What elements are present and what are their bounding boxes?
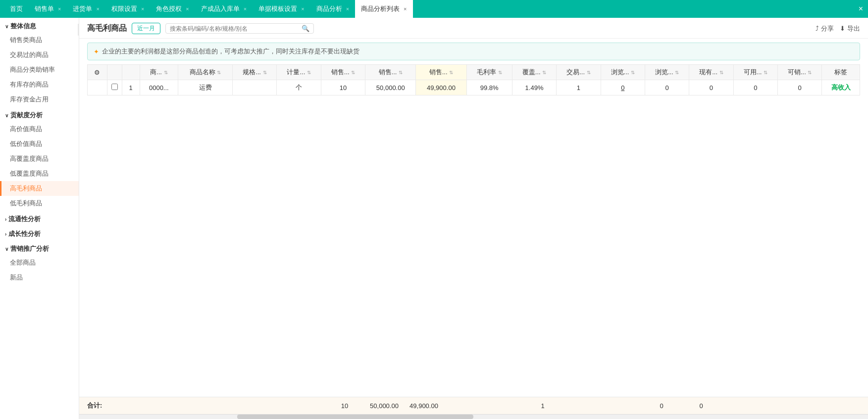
info-banner: ✦ 企业的主要的利润都是这部分商品创造的，可考虑加大推广，同时关注库存是不要出现… [87,43,860,60]
cell-browse2: 0 [645,80,689,95]
table-row: 1 0000... 运费 个 10 50,000.00 49,900.00 99… [88,80,860,95]
col-available[interactable]: 可用... ⇅ [733,65,777,80]
col-gross-margin[interactable]: 毛利率 ⇅ [466,65,512,80]
nav-close-analysis-list[interactable]: × [404,0,407,18]
sidebar-section-growth[interactable]: › 成长性分析 [0,226,79,240]
footer-cells: 10 50,000.00 49,900.00 1 0 0 [127,402,860,410]
arrow-right-icon-2: › [5,232,6,237]
arrow-right-icon: › [5,217,6,222]
data-table: ⚙ 商... ⇅ 商品名称 ⇅ 规格... ⇅ 计量... ⇅ 销售... ⇅ … [87,64,860,95]
sidebar-item-category-rate[interactable]: 商品分类助销率 [0,62,79,77]
cell-trade: 1 [557,80,601,95]
content-area: 高毛利商品 近一月 🔍 ⤴ 分享 ⬇ 导出 ✦ 企业的主要的利润都是这部分商品创… [79,18,868,419]
cell-code: 0000... [140,80,178,95]
col-sales-amount[interactable]: 销售... ⇅ [365,65,416,80]
col-name[interactable]: 商品名称 ⇅ [178,65,233,80]
settings-icon[interactable]: ⚙ [94,69,100,76]
share-button[interactable]: ⤴ 分享 [816,24,834,33]
sidebar-item-low-coverage[interactable]: 低覆盖度商品 [0,166,79,181]
col-trade[interactable]: 交易... ⇅ [557,65,601,80]
cell-sales-profit: 49,900.00 [416,80,466,95]
col-current-stock[interactable]: 现有... ⇅ [689,65,733,80]
sidebar-item-stock-capital[interactable]: 库存资金占用 [0,92,79,107]
search-input-wrap: 🔍 [165,23,314,34]
search-icon[interactable]: 🔍 [302,25,309,32]
col-sellable[interactable]: 可销... ⇅ [778,65,822,80]
export-button[interactable]: ⬇ 导出 [840,24,860,33]
nav-item-permissions[interactable]: 权限设置 × [105,0,150,18]
sidebar-item-high-coverage[interactable]: 高覆盖度商品 [0,151,79,166]
sidebar-item-all-goods[interactable]: 全部商品 [0,255,79,270]
sidebar-item-high-value[interactable]: 高价值商品 [0,122,79,137]
col-tag[interactable]: 标签 [822,65,860,80]
sidebar-item-stocked-goods[interactable]: 有库存的商品 [0,77,79,92]
scrollbar-thumb[interactable] [237,415,474,419]
nav-item-sales[interactable]: 销售单 × [29,0,67,18]
col-spec[interactable]: 规格... ⇅ [233,65,277,80]
sidebar-item-high-margin[interactable]: 高毛利商品 [0,181,79,196]
col-unit[interactable]: 计量... ⇅ [277,65,321,80]
sidebar-item-new-goods[interactable]: 新品 [0,270,79,285]
sidebar-item-low-value[interactable]: 低价值商品 [0,137,79,151]
nav-item-roles[interactable]: 角色授权 × [150,0,195,18]
share-icon: ⤴ [816,25,819,32]
cell-sales-amount: 50,000.00 [365,80,416,95]
col-code[interactable]: 商... ⇅ [140,65,178,80]
cell-available: 0 [733,80,777,95]
footer-empty6 [444,402,483,410]
nav-item-template[interactable]: 单据模板设置 × [253,0,310,18]
footer-cell-empty3 [206,402,246,410]
cell-sales-qty: 10 [321,80,365,95]
arrow-down-icon-2: ∨ [5,113,8,118]
cell-spec [233,80,277,95]
nav-item-warehouse[interactable]: 产成品入库单 × [195,0,253,18]
footer-sales-profit: 49,900.00 [404,402,444,410]
cell-name: 运费 [178,80,233,95]
nav-close-purchase[interactable]: × [96,0,99,18]
nav-item-home[interactable]: 首页 [4,0,29,18]
cell-tag: 高收入 [822,80,860,95]
sidebar-collapse-button[interactable]: « [78,24,79,36]
cell-browse1[interactable]: 0 [601,80,645,95]
nav-close-warehouse[interactable]: × [244,0,247,18]
sidebar-section-overall[interactable]: ∨ 整体信息 [0,18,79,33]
sidebar-section-liquidity[interactable]: › 流通性分析 [0,211,79,226]
sidebar-section-contribution[interactable]: ∨ 贡献度分析 [0,107,79,122]
col-sales-profit[interactable]: 销售... ⇅ [416,65,466,80]
cell-seq: 1 [122,80,140,95]
col-sales-qty[interactable]: 销售... ⇅ [321,65,365,80]
date-filter-button[interactable]: 近一月 [132,23,160,34]
sidebar-item-sales-goods[interactable]: 销售类商品 [0,33,79,47]
footer-empty8 [562,402,602,410]
nav-item-analysis[interactable]: 商品分析 × [310,0,355,18]
col-browse2[interactable]: 浏览... ⇅ [645,65,689,80]
sidebar-item-low-margin[interactable]: 低毛利商品 [0,196,79,211]
nav-item-purchase[interactable]: 进货单 × [67,0,105,18]
footer-current-stock: 0 [642,402,681,410]
top-nav-bar: 首页 销售单 × 进货单 × 权限设置 × 角色授权 × 产成品入库单 × 单据… [0,0,868,18]
col-browse1[interactable]: 浏览... ⇅ [601,65,645,80]
nav-close-analysis[interactable]: × [346,0,349,18]
nav-close-permissions[interactable]: × [141,0,144,18]
row-checkbox[interactable] [111,84,118,90]
nav-close-template[interactable]: × [301,0,304,18]
nav-item-analysis-list[interactable]: 商品分析列表 × [355,0,412,18]
nav-close-roles[interactable]: × [186,0,189,18]
footer-empty9 [602,402,642,410]
footer-cell-empty5 [285,402,325,410]
footer-sales-qty: 10 [325,402,364,410]
col-coverage[interactable]: 覆盖... ⇅ [512,65,556,80]
cell-checkbox[interactable] [107,80,122,95]
footer-sales-amount: 50,000.00 [364,402,404,410]
col-settings[interactable]: ⚙ [88,65,107,80]
footer-empty10 [721,402,761,410]
col-checkbox [107,65,122,80]
sidebar-item-traded-goods[interactable]: 交易过的商品 [0,47,79,62]
horizontal-scrollbar[interactable] [79,414,868,419]
sidebar-section-marketing[interactable]: ∨ 营销推广分析 [0,240,79,255]
close-all-tabs-button[interactable]: × [859,4,863,13]
arrow-down-icon-3: ∨ [5,246,8,252]
main-layout: « ∨ 整体信息 销售类商品 交易过的商品 商品分类助销率 有库存的商品 库存资… [0,18,868,419]
search-input[interactable] [170,25,300,32]
nav-close-sales[interactable]: × [58,0,61,18]
